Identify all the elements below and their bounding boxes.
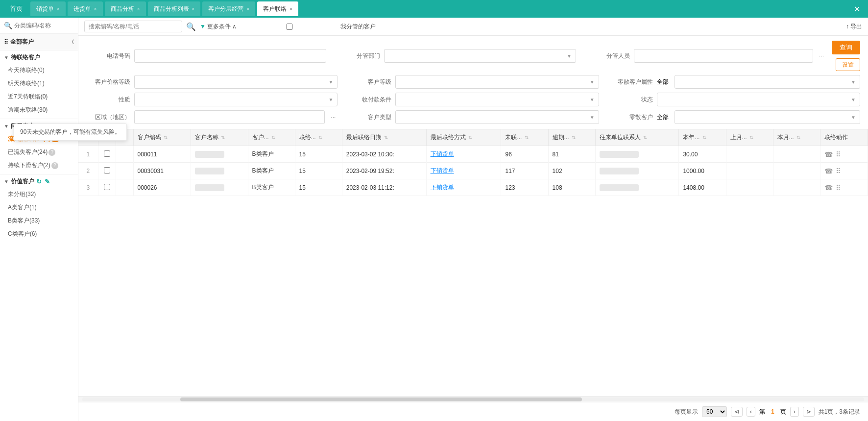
home-tab[interactable]: 首页: [4, 0, 28, 18]
row-last-method[interactable]: 下销货单: [426, 146, 501, 163]
close-icon[interactable]: ×: [192, 6, 195, 12]
more-action-icon[interactable]: ⠿: [836, 167, 841, 175]
row-last-method[interactable]: 下销货单: [426, 179, 501, 196]
customer-type-label: 客户类型: [347, 113, 391, 122]
settings-button[interactable]: 设置: [836, 58, 860, 71]
close-icon[interactable]: ×: [246, 6, 249, 12]
more-action-icon[interactable]: ⠿: [836, 150, 841, 158]
tab-analysis-list[interactable]: 商品分析列表 ×: [148, 1, 201, 16]
contact-action-icon[interactable]: ☎: [824, 167, 833, 175]
customer-type-select[interactable]: ▼: [395, 110, 599, 124]
row-checkbox[interactable]: [104, 150, 110, 157]
sort-icon[interactable]: ⇅: [749, 135, 753, 140]
region-input[interactable]: [134, 110, 325, 124]
sort-icon[interactable]: ⇅: [318, 135, 322, 140]
sidebar-item-tomorrow[interactable]: 明天待联络(1): [0, 77, 78, 90]
tab-customer-segment[interactable]: 客户分层经营 ×: [202, 1, 255, 16]
close-icon[interactable]: ×: [94, 6, 97, 12]
all-customers-header[interactable]: ⠿ 全部客户 《: [0, 34, 78, 50]
scatter-attr-label: 零散客户属性: [609, 78, 653, 86]
tab-customer-connect[interactable]: 客户联络 ×: [257, 1, 298, 16]
dept-field: 分管部门 ▼: [336, 49, 576, 63]
row-checkbox-cell[interactable]: [98, 179, 116, 196]
sort-icon[interactable]: ⇅: [525, 135, 529, 140]
pending-section-header[interactable]: ▼ 待联络客户: [0, 50, 78, 64]
phone-input[interactable]: [134, 49, 326, 63]
sort-icon[interactable]: ⇅: [384, 135, 388, 140]
last-method-link[interactable]: 下销货单: [431, 184, 454, 191]
horizontal-scrollbar[interactable]: [78, 396, 868, 402]
sidebar-item-overdue[interactable]: 逾期未联络(30): [0, 103, 78, 117]
status-field: 状态 ▼: [609, 93, 860, 106]
scatter-customer-select[interactable]: ▼: [675, 110, 860, 124]
row-name: [191, 146, 248, 163]
region-more-button[interactable]: ···: [329, 114, 338, 121]
edit-icon[interactable]: ✎: [45, 178, 50, 185]
dept-select[interactable]: ▼: [384, 49, 576, 63]
last-method-link[interactable]: 下销货单: [431, 150, 454, 157]
info-icon[interactable]: ?: [51, 162, 58, 169]
search-input[interactable]: [84, 21, 182, 32]
close-icon[interactable]: ×: [289, 6, 292, 12]
col-overdue-label: 逾期...: [553, 134, 569, 141]
sort-icon[interactable]: ⇅: [221, 135, 225, 140]
first-page-button[interactable]: ⊲: [731, 407, 743, 417]
row-checkbox[interactable]: [104, 184, 110, 190]
manager-select[interactable]: [634, 49, 813, 63]
value-section-header[interactable]: ▼ 价值客户 ↻ ✎: [0, 174, 78, 188]
sort-icon[interactable]: ⇅: [164, 135, 168, 140]
tab-analysis[interactable]: 商品分析 ×: [105, 1, 146, 16]
sort-icon[interactable]: ⇅: [468, 135, 472, 140]
nature-select[interactable]: ▼: [134, 93, 338, 106]
sidebar-search-input[interactable]: [14, 22, 78, 29]
payment-select[interactable]: ▼: [395, 93, 599, 106]
sidebar-item-ungroup[interactable]: 未分组(32): [0, 188, 78, 201]
query-button[interactable]: 查询: [832, 41, 860, 54]
last-page-button[interactable]: ⊳: [803, 407, 815, 417]
sort-icon[interactable]: ⇅: [702, 135, 706, 140]
more-action-icon[interactable]: ⠿: [836, 184, 841, 192]
scatter-attr-select[interactable]: ▼: [675, 75, 860, 89]
per-page-select[interactable]: 50 100 200: [702, 406, 727, 417]
sidebar-item-b-class[interactable]: B类客户(33): [0, 214, 78, 227]
refresh-icon[interactable]: ↻: [36, 178, 42, 185]
status-select[interactable]: ▼: [657, 93, 860, 106]
next-page-button[interactable]: ›: [790, 407, 799, 417]
manager-more-button[interactable]: ···: [817, 52, 826, 59]
chevron-down-icon: ▼: [851, 79, 856, 85]
scatter-attr-field: 零散客户属性 全部 ▼: [609, 75, 860, 89]
row-checkbox[interactable]: [104, 167, 110, 173]
close-icon[interactable]: ×: [137, 6, 140, 12]
more-conditions-button[interactable]: ▼ 更多条件 ∧: [200, 23, 237, 31]
sidebar-item-today[interactable]: 今天待联络(0): [0, 64, 78, 77]
info-icon[interactable]: ?: [48, 149, 55, 156]
scrollbar-thumb[interactable]: [180, 397, 582, 401]
contact-action-icon[interactable]: ☎: [824, 184, 833, 192]
row-last-method[interactable]: 下销货单: [426, 163, 501, 179]
sort-icon[interactable]: ⇅: [643, 135, 647, 140]
sidebar-item-c-class[interactable]: C类客户(6): [0, 227, 78, 241]
search-button[interactable]: 🔍: [186, 22, 196, 31]
prev-page-button[interactable]: ‹: [747, 407, 755, 417]
close-icon[interactable]: ×: [57, 6, 60, 12]
last-method-link[interactable]: 下销货单: [431, 167, 454, 174]
row-checkbox-cell[interactable]: [98, 146, 116, 163]
contact-action-icon[interactable]: ☎: [824, 150, 833, 158]
sidebar-item-a-class[interactable]: A类客户(1): [0, 201, 78, 214]
tab-purchase[interactable]: 进货单 ×: [68, 1, 103, 16]
my-customers-label: 我分管的客户: [340, 23, 376, 31]
sort-icon[interactable]: ⇅: [796, 135, 800, 140]
sidebar-item-declining[interactable]: 持续下滑客户(2) ?: [0, 159, 78, 172]
customer-level-select[interactable]: ▼: [395, 75, 599, 89]
my-customers-checkbox[interactable]: [241, 24, 338, 30]
price-level-select[interactable]: ▼: [134, 75, 338, 89]
sidebar-item-churned[interactable]: 已流失客户(24) ?: [0, 146, 78, 159]
export-button[interactable]: ↑ 导出: [846, 23, 862, 31]
window-close-button[interactable]: ✕: [850, 4, 864, 14]
row-number: 2: [78, 163, 98, 179]
tab-sales[interactable]: 销货单 ×: [30, 1, 66, 16]
sort-icon[interactable]: ⇅: [572, 135, 576, 140]
row-checkbox-cell[interactable]: [98, 163, 116, 179]
sort-icon[interactable]: ⇅: [271, 135, 275, 140]
sidebar-item-week[interactable]: 近7天待联络(0): [0, 90, 78, 103]
